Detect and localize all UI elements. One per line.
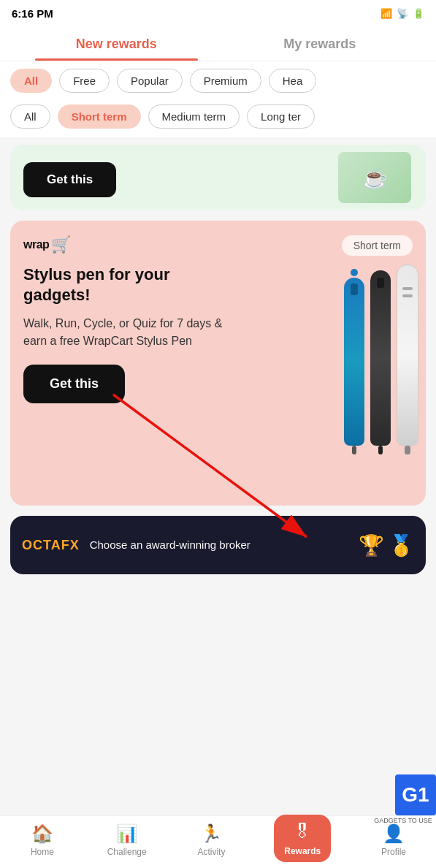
- ad-card-octafx[interactable]: OCTAFX Choose an award-winning broker 🏆 …: [10, 516, 426, 574]
- reward-card-partial: Get this ☕: [10, 145, 426, 210]
- card-title: Stylus pen for your gadgets!: [23, 264, 237, 305]
- nav-activity-label: Activity: [197, 847, 225, 857]
- ad-text: Choose an award-winning broker: [90, 538, 250, 552]
- signal-icon: 📶: [380, 8, 392, 19]
- ad-trophy-images: 🏆 🥇: [359, 533, 414, 557]
- status-bar: 6:16 PM 📶 📡 🔋: [0, 0, 436, 26]
- filter-premium[interactable]: Premium: [190, 69, 261, 93]
- filter-term-all[interactable]: All: [10, 104, 50, 129]
- nav-profile[interactable]: 👤 Profile: [372, 823, 416, 862]
- octa-text: OCTA: [22, 538, 61, 552]
- pen-black: [370, 270, 391, 446]
- rewards-list: Get this ☕ wrap 🛒 Short term Stylus pen …: [0, 137, 436, 582]
- nav-activity[interactable]: 🏃 Activity: [189, 823, 233, 862]
- status-time: 6:16 PM: [12, 7, 53, 20]
- cart-icon: 🛒: [51, 235, 71, 254]
- tab-new-rewards[interactable]: New rewards: [15, 26, 218, 61]
- short-term-badge: Short term: [342, 235, 413, 256]
- filter-row-category: All Free Popular Premium Hea: [0, 61, 436, 100]
- wifi-icon: 📡: [397, 8, 408, 19]
- filter-popular[interactable]: Popular: [117, 69, 183, 93]
- rewards-icon: 🎖: [293, 821, 312, 843]
- challenge-icon: 📊: [116, 823, 138, 844]
- filter-medium-term[interactable]: Medium term: [148, 104, 240, 129]
- reward-image-partial: ☕: [338, 152, 411, 203]
- get-this-button-top[interactable]: Get this: [23, 162, 116, 197]
- pen-tip-black: [378, 446, 383, 454]
- nav-rewards[interactable]: 🎖 Rewards: [274, 815, 331, 862]
- filter-short-term[interactable]: Short term: [58, 104, 141, 129]
- filter-all[interactable]: All: [10, 69, 52, 93]
- nav-challenge[interactable]: 📊 Challenge: [105, 823, 149, 862]
- fx-text: FX: [61, 538, 80, 552]
- filter-row-term: All Short term Medium term Long ter: [0, 100, 436, 137]
- watermark-label: GADGETS TO USE: [370, 817, 436, 824]
- watermark-logo: G1: [395, 774, 436, 815]
- pen-tip-white: [405, 446, 410, 454]
- pen-blue: [344, 278, 364, 446]
- wrap-logo: wrap 🛒: [23, 235, 71, 254]
- profile-icon: 👤: [383, 823, 405, 844]
- nav-challenge-label: Challenge: [107, 847, 147, 857]
- filter-health[interactable]: Hea: [269, 69, 317, 93]
- status-icons: 📶 📡 🔋: [380, 8, 424, 19]
- ad-logo: OCTAFX: [22, 538, 80, 553]
- nav-home-label: Home: [31, 847, 54, 857]
- reward-card-stylus: wrap 🛒 Short term Stylus pen for your ga…: [10, 221, 426, 506]
- pen-white: [397, 264, 418, 446]
- brand-name: wrap: [23, 238, 49, 251]
- nav-profile-label: Profile: [381, 847, 406, 857]
- nav-rewards-label: Rewards: [284, 846, 321, 856]
- pen-tip-blue: [352, 446, 356, 454]
- top-tabs: New rewards My rewards: [0, 26, 436, 61]
- nav-home[interactable]: 🏠 Home: [20, 823, 64, 862]
- battery-icon: 🔋: [413, 8, 424, 19]
- stylus-pens-image: [344, 264, 418, 454]
- filter-long-term[interactable]: Long ter: [247, 104, 315, 129]
- get-this-button-stylus[interactable]: Get this: [23, 365, 125, 403]
- tab-my-rewards[interactable]: My rewards: [218, 26, 422, 61]
- filter-free[interactable]: Free: [59, 69, 110, 93]
- award-icon: 🥇: [389, 533, 414, 557]
- watermark: G1 GADGETS TO USE: [370, 774, 436, 824]
- activity-icon: 🏃: [200, 823, 222, 844]
- home-icon: 🏠: [31, 823, 53, 844]
- card-description: Walk, Run, Cycle, or Quiz for 7 days & e…: [23, 315, 226, 350]
- trophy-icon: 🏆: [359, 533, 384, 557]
